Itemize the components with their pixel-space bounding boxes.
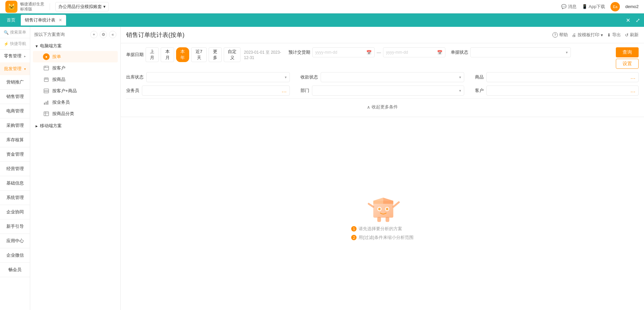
svg-rect-13 [44, 112, 49, 116]
top-bar-actions: 💬 消息 📱 App下载 Ea demo2 [561, 2, 639, 11]
message-action[interactable]: 💬 消息 [561, 4, 577, 10]
brand-area: 🐱 畅捷通好生意 标准版 办公用品行业模拟账套 ▾ [5, 1, 109, 13]
sidebar-item-enterprise[interactable]: 企业协同 [0, 205, 30, 219]
scheme-by-cust-goods[interactable]: 按客户+商品 [33, 85, 118, 97]
app-icon: 📱 [582, 4, 587, 9]
sidebar-item-ecommerce[interactable]: 电商管理 [0, 104, 30, 118]
sidebar-item-sales[interactable]: 销售管理 [0, 90, 30, 104]
page-title-area: 销售订单统计表(按单) ? 帮助 🖨 按模板打印 ▾ ⬇ 导出 [121, 27, 644, 43]
scheme-settings-btn[interactable]: ⚙ [100, 31, 107, 38]
scheme-by-customer[interactable]: 按客户 [33, 62, 118, 74]
salesman-more-icon[interactable]: … [281, 88, 287, 94]
expected-date-label: 预计交货期 [288, 49, 310, 55]
company-selector[interactable]: 办公用品行业模拟账套 ▾ [55, 2, 109, 11]
sidebar-item-purchase[interactable]: 采购管理 [0, 118, 30, 133]
export-action[interactable]: ⬇ 导出 [607, 32, 621, 38]
payment-status-select[interactable]: ▾ [321, 72, 464, 82]
svg-rect-10 [44, 103, 45, 105]
filter-area: 单据日期 上月 本月 本年 近7天 更多 自定义 2023-01-01 至 20… [121, 43, 644, 117]
date-range-text: 2023-01-01 至 2023-12-31 [244, 50, 283, 60]
goods-more-icon[interactable]: … [630, 74, 636, 80]
sidebar-item-system[interactable]: 系统管理 [0, 191, 30, 205]
print-action[interactable]: 🖨 按模板打印 ▾ [572, 32, 603, 38]
salesman-input[interactable]: … [142, 86, 290, 96]
custom-date-btn[interactable]: 自定义 [224, 47, 240, 62]
dept-select[interactable]: ▾ [312, 86, 464, 96]
empty-text: 1 请先选择要分析的方案 2 用[过滤]条件来缩小分析范围 [351, 226, 413, 241]
tab-minimize-btn[interactable]: ✕ [625, 16, 632, 25]
scheme-person-icon [43, 65, 50, 71]
date-label: 单据日期 [126, 52, 144, 58]
last-month-btn[interactable]: 上月 [146, 47, 159, 62]
sidebar-item-wholesale[interactable]: 批发管理 ▾ [0, 62, 30, 75]
print-dropdown-arrow[interactable]: ▾ [601, 33, 603, 38]
sidebar-item-finance[interactable]: 资金管理 [0, 147, 30, 162]
scheme-bar-icon [43, 99, 50, 106]
tip-num-2: 2 [351, 235, 357, 240]
sidebar-item-newbie[interactable]: 新手引导 [0, 219, 30, 234]
sidebar-item-app-center[interactable]: 应用中心 [0, 234, 30, 248]
pc-group-title[interactable]: ▾ 电脑端方案 [30, 41, 120, 51]
help-action[interactable]: ? 帮助 [552, 32, 568, 38]
collapse-filter-btn[interactable]: ∧ 收起更多条件 [126, 101, 639, 113]
sidebar-item-search[interactable]: 🔍 搜索菜单 [0, 27, 30, 38]
scheme-by-goods[interactable]: 按商品 [33, 74, 118, 85]
add-scheme-btn[interactable]: + [90, 31, 98, 38]
last7-btn[interactable]: 近7天 [191, 47, 206, 62]
sidebar-item-quick-nav[interactable]: ⚡ 快捷导航 [0, 38, 30, 50]
collapse-panel-btn[interactable]: « [109, 31, 116, 38]
this-year-btn[interactable]: 本年 [176, 47, 189, 62]
mobile-group-title[interactable]: ▸ 移动端方案 [30, 121, 120, 131]
chevron-right-icon: ▸ [24, 54, 26, 58]
user-name[interactable]: demo2 [625, 4, 639, 9]
user-avatar[interactable]: Ea [610, 2, 620, 11]
warehouse-status-label: 出库状态 [126, 74, 144, 80]
mobile-scheme-group: ▸ 移动端方案 [30, 121, 120, 132]
sidebar-item-marketing[interactable]: 营销推广 [0, 75, 30, 90]
scheme-by-order[interactable]: ● 按单 [33, 51, 118, 62]
page-title: 销售订单统计表(按单) [126, 31, 184, 39]
goods-label: 商品 [475, 74, 484, 80]
goods-input[interactable]: … [486, 72, 639, 82]
customer-more-icon[interactable]: … [630, 88, 636, 94]
quick-nav-icon: ⚡ [4, 42, 9, 46]
query-btn[interactable]: 查询 [616, 47, 639, 57]
empty-tip-1: 1 请先选择要分析的方案 [351, 226, 413, 232]
tab-home[interactable]: 首页 [3, 15, 19, 25]
scheme-box-icon [43, 76, 50, 83]
bill-status-select[interactable]: ▾ [470, 47, 571, 57]
expected-date-to[interactable]: yyyy-mm-dd 📅 [383, 47, 445, 57]
tip-num-1: 1 [351, 226, 357, 231]
svg-rect-11 [46, 102, 47, 105]
sidebar-item-base[interactable]: 基础信息 [0, 176, 30, 191]
scheme-by-category[interactable]: 按商品分类 [33, 108, 118, 119]
warehouse-status-select[interactable]: ▾ [146, 72, 290, 82]
bill-status-chevron: ▾ [566, 50, 568, 55]
this-month-btn[interactable]: 本月 [161, 47, 174, 62]
tab-close-icon[interactable]: ✕ [59, 18, 62, 22]
top-bar: 🐱 畅捷通好生意 标准版 办公用品行业模拟账套 ▾ 💬 消息 📱 App下载 E… [0, 0, 644, 13]
payment-chevron: ▾ [459, 75, 461, 80]
brand-logo: 🐱 [5, 1, 17, 13]
app-download-action[interactable]: 📱 App下载 [582, 4, 605, 10]
customer-input[interactable]: … [486, 86, 639, 96]
sidebar-item-wechat[interactable]: 企业微信 [0, 248, 30, 263]
more-date-btn[interactable]: 更多 [209, 47, 222, 62]
sidebar-item-operations[interactable]: 经营管理 [0, 162, 30, 176]
empty-state: 1 请先选择要分析的方案 2 用[过滤]条件来缩小分析范围 [351, 187, 413, 241]
sidebar-item-inventory[interactable]: 库存核算 [0, 133, 30, 147]
expected-date-from[interactable]: yyyy-mm-dd 📅 [312, 47, 375, 57]
sidebar-item-retail[interactable]: 零售管理 ▸ [0, 50, 30, 62]
left-panel-actions: + ⚙ « [90, 31, 116, 38]
filter-settings-btn[interactable]: 设置 [616, 59, 639, 69]
settings-icon: ⚙ [102, 32, 105, 37]
customer-label: 客户 [475, 88, 484, 94]
scheme-by-salesman[interactable]: 按业务员 [33, 97, 118, 108]
tab-sales-stats[interactable]: 销售订单统计表 ✕ [21, 15, 66, 25]
left-panel: 按以下方案查询 + ⚙ « ▾ 电脑端方案 [30, 27, 121, 310]
refresh-action[interactable]: ↺ 刷新 [625, 32, 639, 38]
sidebar: 🔍 搜索菜单 ⚡ 快捷导航 零售管理 ▸ 批发管理 ▾ 营销推广 销售管理 电商… [0, 27, 30, 310]
export-icon: ⬇ [607, 33, 611, 38]
sidebar-item-member[interactable]: 畅会员 [0, 263, 30, 277]
tab-maximize-btn[interactable]: ⤢ [634, 16, 641, 25]
